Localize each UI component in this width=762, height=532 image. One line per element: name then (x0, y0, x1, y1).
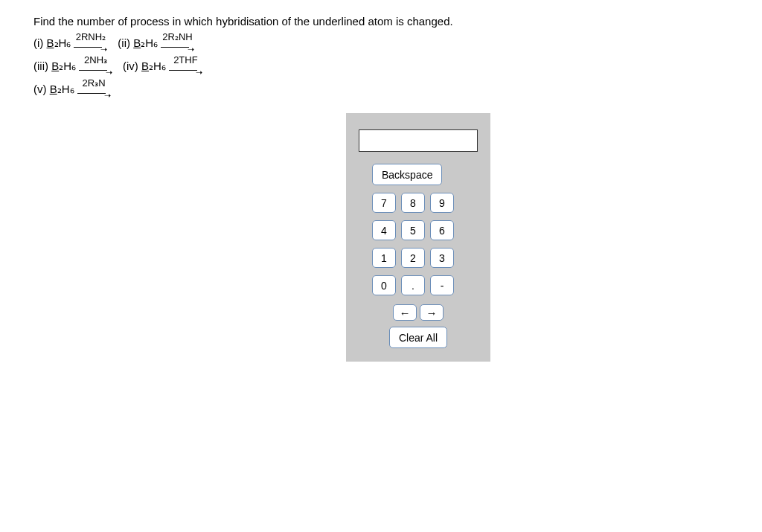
option-compound: B₂H₆ (133, 36, 158, 50)
answer-input[interactable] (359, 129, 478, 152)
key-0[interactable]: 0 (372, 275, 396, 295)
key-3[interactable]: 3 (430, 248, 454, 268)
keypad-row-123: 1 2 3 (372, 248, 478, 268)
option-compound: B₂H₆ (51, 60, 76, 73)
cursor-right-button[interactable]: → (420, 304, 444, 321)
reaction-arrow: 2RNH₂ ➝ (74, 32, 107, 54)
option-label: (iii) (33, 60, 48, 72)
key-1[interactable]: 1 (372, 248, 396, 268)
key-8[interactable]: 8 (401, 193, 425, 213)
reaction-arrow: 2R₂NH ➝ (161, 32, 194, 54)
reaction-arrow: 2NH₃ ➝ (79, 55, 112, 77)
options-row-1: (i) B₂H₆ 2RNH₂ ➝ (ii) B₂H₆ 2R₂NH ➝ (33, 32, 729, 54)
option-label: (i) (33, 36, 43, 49)
option-iii: (iii) B₂H₆ 2NH₃ ➝ (33, 55, 112, 77)
key-6[interactable]: 6 (430, 220, 454, 240)
backspace-row: Backspace (359, 164, 478, 185)
option-label: (ii) (118, 36, 130, 49)
key-2[interactable]: 2 (401, 248, 425, 268)
key-5[interactable]: 5 (401, 220, 425, 240)
options-row-2: (iii) B₂H₆ 2NH₃ ➝ (iv) B₂H₆ 2THF ➝ (33, 55, 729, 77)
reaction-arrow: 2R₃N ➝ (77, 78, 111, 100)
key-dot[interactable]: . (401, 275, 425, 295)
arrow-row: ← → (359, 304, 478, 321)
clear-all-button[interactable]: Clear All (389, 327, 447, 348)
backspace-button[interactable]: Backspace (372, 164, 442, 185)
key-7[interactable]: 7 (372, 193, 396, 213)
keypad-row-0dot: 0 . - (372, 275, 478, 295)
cursor-left-button[interactable]: ← (393, 304, 417, 321)
option-compound: B₂H₆ (50, 83, 74, 96)
option-i: (i) B₂H₆ 2RNH₂ ➝ (33, 32, 107, 54)
key-4[interactable]: 4 (372, 220, 396, 240)
key-minus[interactable]: - (430, 275, 454, 295)
clear-row: Clear All (359, 327, 478, 348)
option-label: (v) (33, 83, 47, 95)
keypad-row-456: 4 5 6 (372, 220, 478, 240)
option-ii: (ii) B₂H₆ 2R₂NH ➝ (118, 32, 194, 54)
option-v: (v) B₂H₆ 2R₃N ➝ (33, 78, 111, 100)
options-row-3: (v) B₂H₆ 2R₃N ➝ (33, 78, 729, 100)
option-compound: B₂H₆ (141, 60, 166, 73)
option-label: (iv) (123, 60, 138, 72)
reaction-arrow: 2THF ➝ (169, 55, 202, 77)
question-text: Find the number of process in which hybr… (33, 15, 729, 28)
keypad-row-789: 7 8 9 (372, 193, 478, 213)
numeric-keypad: Backspace 7 8 9 4 5 6 1 2 3 0 . - ← → Cl… (346, 113, 490, 362)
option-compound: B₂H₆ (47, 36, 71, 50)
key-9[interactable]: 9 (430, 193, 454, 213)
option-iv: (iv) B₂H₆ 2THF ➝ (123, 55, 202, 77)
